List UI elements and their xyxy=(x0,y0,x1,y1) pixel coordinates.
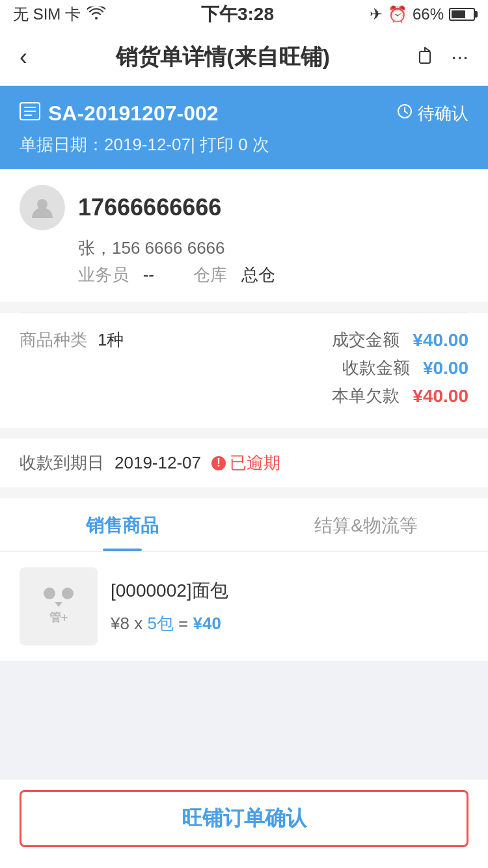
confirm-order-button[interactable]: 旺铺订单确认 xyxy=(20,790,468,847)
status-bar: 无 SIM 卡 下午3:28 ✈ ⏰ 66% xyxy=(0,0,488,29)
customer-phone[interactable]: 17666666666 xyxy=(78,194,221,221)
owl-eyes xyxy=(44,588,74,599)
status-text: 待确认 xyxy=(418,102,468,125)
page-title: 销货单详情(来自旺铺) xyxy=(116,42,330,72)
status-time: 下午3:28 xyxy=(201,2,274,27)
location-icon: ✈ xyxy=(370,5,383,23)
product-section: 管+ [0000002]面包 ¥8 x 5包 = ¥40 xyxy=(0,552,488,661)
deal-amount-value: ¥40.00 xyxy=(413,330,468,351)
order-id: SA-20191207-002 xyxy=(20,102,219,126)
salesperson-value: -- xyxy=(143,265,154,284)
deal-amount-row: 成交金额 ¥40.00 xyxy=(332,329,468,351)
customer-meta: 业务员 -- 仓库 总仓 xyxy=(20,264,468,286)
product-item: 管+ [0000002]面包 ¥8 x 5包 = ¥40 xyxy=(0,552,488,661)
salesperson-label: 业务员 xyxy=(78,265,129,284)
owl-beak xyxy=(55,602,62,607)
due-date-section: 收款到期日 2019-12-07 ! 已逾期 xyxy=(0,439,488,487)
customer-row: 17666666666 xyxy=(20,185,468,230)
product-total: ¥40 xyxy=(193,614,221,633)
overdue-badge: ! 已逾期 xyxy=(211,452,280,474)
customer-name-info: 张，156 6666 6666 xyxy=(20,237,468,260)
more-icon[interactable]: ··· xyxy=(451,45,468,69)
brand-text: 管+ xyxy=(49,610,68,625)
summary-row: 商品种类 1种 成交金额 ¥40.00 收款金额 ¥0.00 本单欠款 ¥40.… xyxy=(20,329,468,413)
product-thumbnail: 管+ xyxy=(20,567,98,645)
tab-sales-products[interactable]: 销售商品 xyxy=(0,498,244,551)
bottom-bar: 旺铺订单确认 xyxy=(0,779,488,868)
order-id-row: SA-20191207-002 待确认 xyxy=(20,102,468,126)
wifi-icon xyxy=(87,5,105,23)
due-date-label: 收款到期日 xyxy=(20,452,104,474)
warehouse-label: 仓库 xyxy=(193,265,227,284)
owed-amount-value: ¥40.00 xyxy=(413,386,468,407)
product-unit-price: ¥8 xyxy=(111,614,129,633)
battery-percentage: 66% xyxy=(413,5,444,23)
carrier-label: 无 SIM 卡 xyxy=(13,4,81,25)
deal-amount-label: 成交金额 xyxy=(332,329,400,351)
owed-amount-label: 本单欠款 xyxy=(332,385,400,407)
status-left: 无 SIM 卡 xyxy=(13,4,105,25)
share-icon[interactable] xyxy=(418,45,438,70)
clock-icon xyxy=(397,103,413,124)
battery-icon xyxy=(449,8,475,21)
order-date: 单据日期：2019-12-07| 打印 0 次 xyxy=(20,133,468,156)
summary-section: 商品种类 1种 成交金额 ¥40.00 收款金额 ¥0.00 本单欠款 ¥40.… xyxy=(0,313,488,428)
svg-rect-0 xyxy=(420,51,430,63)
owl-eye-right xyxy=(62,588,74,599)
status-right: ✈ ⏰ 66% xyxy=(370,5,475,23)
product-price-row: ¥8 x 5包 = ¥40 xyxy=(111,612,468,635)
nav-actions: ··· xyxy=(418,45,468,70)
tabs-row: 销售商品 结算&物流等 xyxy=(0,498,488,552)
nav-bar: ‹ 销货单详情(来自旺铺) ··· xyxy=(0,29,488,86)
overdue-text: 已逾期 xyxy=(230,452,280,474)
order-header-banner: SA-20191207-002 待确认 单据日期：2019-12-07| 打印 … xyxy=(0,86,488,169)
amounts-group: 成交金额 ¥40.00 收款金额 ¥0.00 本单欠款 ¥40.00 xyxy=(332,329,468,413)
received-amount-label: 收款金额 xyxy=(342,357,410,379)
received-amount-row: 收款金额 ¥0.00 xyxy=(332,357,468,379)
product-name: [0000002]面包 xyxy=(111,578,468,603)
product-type-value: 1种 xyxy=(98,329,124,351)
back-button[interactable]: ‹ xyxy=(20,44,27,71)
product-type-label: 商品种类 xyxy=(20,329,87,351)
owed-amount-row: 本单欠款 ¥40.00 xyxy=(332,385,468,407)
price-equals: = xyxy=(178,614,193,633)
owl-eye-left xyxy=(44,588,55,599)
order-icon xyxy=(20,102,40,126)
price-multiply: x xyxy=(134,614,147,633)
product-thumb-inner: 管+ xyxy=(44,588,74,625)
tab-settlement-logistics[interactable]: 结算&物流等 xyxy=(244,498,488,551)
tabs-section: 销售商品 结算&物流等 xyxy=(0,498,488,552)
overdue-dot-icon: ! xyxy=(211,456,226,470)
warehouse-value: 总仓 xyxy=(241,265,275,284)
alarm-icon: ⏰ xyxy=(388,5,407,23)
order-status: 待确认 xyxy=(397,102,468,125)
customer-avatar xyxy=(20,185,65,230)
due-date-value: 2019-12-07 xyxy=(115,453,201,473)
product-type-group: 商品种类 1种 xyxy=(20,329,124,351)
product-info: [0000002]面包 ¥8 x 5包 = ¥40 xyxy=(111,578,468,635)
product-quantity: 5包 xyxy=(147,614,173,633)
customer-section: 17666666666 张，156 6666 6666 业务员 -- 仓库 总仓 xyxy=(0,169,488,302)
received-amount-value: ¥0.00 xyxy=(423,358,468,379)
